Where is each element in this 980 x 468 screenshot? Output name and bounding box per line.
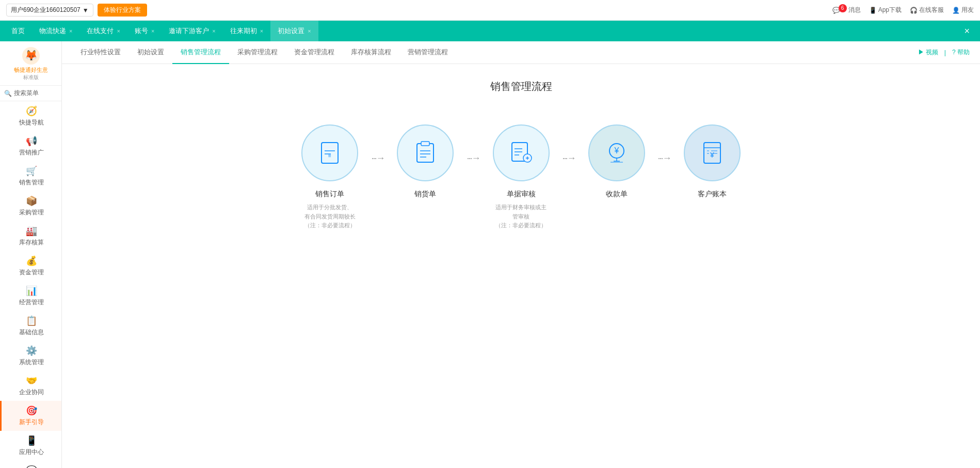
- nav-tab-init[interactable]: 初始设置 ×: [270, 21, 318, 41]
- flow-arrow-1: ···→: [371, 124, 384, 164]
- guide-icon: 🎯: [26, 405, 37, 416]
- online-service-item[interactable]: 🎧 在线客服: [910, 6, 944, 14]
- content-area: 行业特性设置 初始设置 销售管理流程 采购管理流程 资金管理流程 库存核算流程 …: [62, 41, 980, 468]
- nav-tab-label: 物流快递: [39, 26, 66, 36]
- sidebar-item-label: 新手引导: [19, 418, 44, 427]
- nav-tab-label: 首页: [11, 26, 25, 36]
- delivery-icon: [412, 139, 439, 166]
- main-layout: 🦊 畅捷通好生意 标准版 🔍 搜索菜单 🧭 快捷导航 📢 营销推广 🛒 销售管理…: [0, 41, 980, 468]
- nav-tab-account[interactable]: 账号 ×: [127, 21, 162, 41]
- nav-tab-close-icon[interactable]: ×: [308, 28, 311, 34]
- sidebar-search[interactable]: 🔍 搜索菜单: [0, 86, 61, 101]
- flow-step-audit: 单据审核 适用于财务审核或主管审核（注：非必要流程）: [480, 124, 563, 230]
- sidebar-item-collab[interactable]: 🤝 企业协同: [0, 371, 61, 401]
- sidebar-item-operation[interactable]: 📊 经营管理: [0, 281, 61, 311]
- receipt-icon: ¥: [603, 139, 630, 166]
- avatar: 👤: [952, 7, 960, 14]
- headset-icon: 🎧: [910, 7, 918, 14]
- nav-tab-invite[interactable]: 邀请下游客户 ×: [162, 21, 222, 41]
- nav-tab-label: 在线支付: [87, 26, 114, 36]
- flow-arrow-4: ···→: [658, 124, 671, 164]
- nav-tab-label: 邀请下游客户: [169, 26, 209, 36]
- operation-icon: 📊: [26, 285, 37, 297]
- svg-text:≡: ≡: [329, 153, 332, 159]
- nav-tab-close-icon[interactable]: ×: [260, 28, 263, 34]
- app-download-item[interactable]: 📱 App下载: [869, 6, 902, 14]
- flow-steps: ≡ 销售订单 适用于分批发货、有合同发货周期较长（注：非必要流程） ···→: [83, 124, 959, 230]
- sub-tab-init[interactable]: 初始设置: [129, 41, 172, 64]
- app-logo-icon: 🦊: [22, 46, 40, 65]
- help-icon: ?: [952, 49, 956, 56]
- nav-tab-period[interactable]: 往来期初 ×: [223, 21, 270, 41]
- sidebar-item-app-center[interactable]: 📱 应用中心: [0, 431, 61, 461]
- search-label: 搜索菜单: [14, 89, 39, 98]
- sub-tab-inventory-flow[interactable]: 库存核算流程: [343, 41, 399, 64]
- trial-btn[interactable]: 体验行业方案: [98, 4, 147, 17]
- nav-tab-home[interactable]: 首页: [4, 21, 32, 41]
- step-circle-account: ¥: [684, 124, 741, 181]
- sidebar-item-label: 库存核算: [19, 238, 44, 247]
- nav-tab-logistics[interactable]: 物流快递 ×: [32, 21, 79, 41]
- nav-tab-close-icon[interactable]: ×: [151, 28, 154, 34]
- nav-tab-label: 账号: [135, 26, 148, 36]
- svg-text:🦊: 🦊: [24, 49, 37, 61]
- step-circle-delivery: [397, 124, 454, 181]
- nav-tab-payment[interactable]: 在线支付 ×: [79, 21, 127, 41]
- svg-rect-8: [417, 144, 433, 162]
- sidebar-item-guide[interactable]: 🎯 新手引导: [0, 401, 61, 431]
- sidebar-item-quick-nav[interactable]: 🧭 快捷导航: [0, 101, 61, 131]
- system-icon: ⚙️: [26, 345, 37, 356]
- flow-step-account: ¥ 客户账本: [671, 124, 753, 203]
- flow-step-receipt: ¥ 收款单: [575, 124, 658, 203]
- purchase-icon: 📦: [26, 195, 37, 207]
- sub-tab-industry[interactable]: 行业特性设置: [72, 41, 129, 64]
- sidebar-item-inventory[interactable]: 🏭 库存核算: [0, 221, 61, 251]
- nav-tab-label: 初始设置: [278, 26, 304, 36]
- video-icon: ▶: [918, 49, 924, 56]
- search-icon: 🔍: [4, 90, 12, 97]
- sidebar-item-label: 基础信息: [19, 328, 44, 337]
- sidebar-item-finance[interactable]: 💰 资金管理: [0, 251, 61, 281]
- sub-tab-sales-flow[interactable]: 销售管理流程: [172, 41, 229, 64]
- nav-tab-close-icon[interactable]: ×: [69, 28, 72, 34]
- sidebar-item-label: 采购管理: [19, 208, 44, 217]
- flow-title: 销售管理流程: [83, 80, 959, 93]
- sidebar-item-basic[interactable]: 📋 基础信息: [0, 311, 61, 341]
- flow-content: 销售管理流程 ≡ 销售订单 适用: [62, 64, 980, 468]
- sub-tabs: 行业特性设置 初始设置 销售管理流程 采购管理流程 资金管理流程 库存核算流程 …: [62, 41, 980, 64]
- sidebar-item-sales[interactable]: 🛒 销售管理: [0, 161, 61, 191]
- nav-tabs: 首页 物流快递 × 在线支付 × 账号 × 邀请下游客户 × 往来期初 × 初始…: [0, 21, 980, 41]
- video-link[interactable]: ▶ 视频: [918, 48, 938, 57]
- sidebar-item-label: 营销推广: [19, 148, 44, 157]
- step-circle-audit: [493, 124, 550, 181]
- sidebar-item-weixin[interactable]: 💬 企业微信: [0, 461, 61, 468]
- sidebar-item-purchase[interactable]: 📦 采购管理: [0, 191, 61, 221]
- sidebar-item-label: 企业协同: [19, 388, 44, 397]
- quick-nav-icon: 🧭: [26, 105, 37, 117]
- sidebar-item-label: 系统管理: [19, 358, 44, 367]
- step-desc-audit: 适用于财务审核或主管审核（注：非必要流程）: [495, 203, 547, 230]
- flow-step-sales-order: ≡ 销售订单 适用于分批发货、有合同发货周期较长（注：非必要流程）: [288, 124, 371, 230]
- weixin-icon: 💬: [26, 465, 37, 468]
- step-circle-sales-order: ≡: [301, 124, 358, 181]
- online-service-label: 在线客服: [919, 6, 944, 14]
- flow-arrow-3: ···→: [563, 124, 575, 164]
- sidebar-item-system[interactable]: ⚙️ 系统管理: [0, 341, 61, 371]
- flow-step-delivery: 销货单: [384, 124, 467, 203]
- step-desc-sales-order: 适用于分批发货、有合同发货周期较长（注：非必要流程）: [304, 203, 356, 230]
- user-selector[interactable]: 用户690企业1660120507 ▼: [6, 4, 93, 17]
- app-download-label: App下载: [878, 6, 902, 14]
- nav-tab-close-icon[interactable]: ×: [212, 28, 215, 34]
- sub-tab-marketing-flow[interactable]: 营销管理流程: [399, 41, 456, 64]
- sub-tab-finance-flow[interactable]: 资金管理流程: [286, 41, 343, 64]
- user-avatar-item[interactable]: 👤 用友: [952, 6, 974, 14]
- message-item[interactable]: 💬 6 消息: [832, 6, 861, 14]
- sidebar-item-marketing[interactable]: 📢 营销推广: [0, 131, 61, 161]
- nav-tab-close-icon[interactable]: ×: [117, 28, 120, 34]
- sales-icon: 🛒: [26, 165, 37, 177]
- sales-order-icon: ≡: [316, 139, 343, 166]
- sub-tab-purchase-flow[interactable]: 采购管理流程: [229, 41, 286, 64]
- help-link[interactable]: ? 帮助: [952, 48, 970, 57]
- nav-close-all-btn[interactable]: ×: [958, 26, 976, 37]
- sidebar-item-label: 快捷导航: [19, 118, 44, 127]
